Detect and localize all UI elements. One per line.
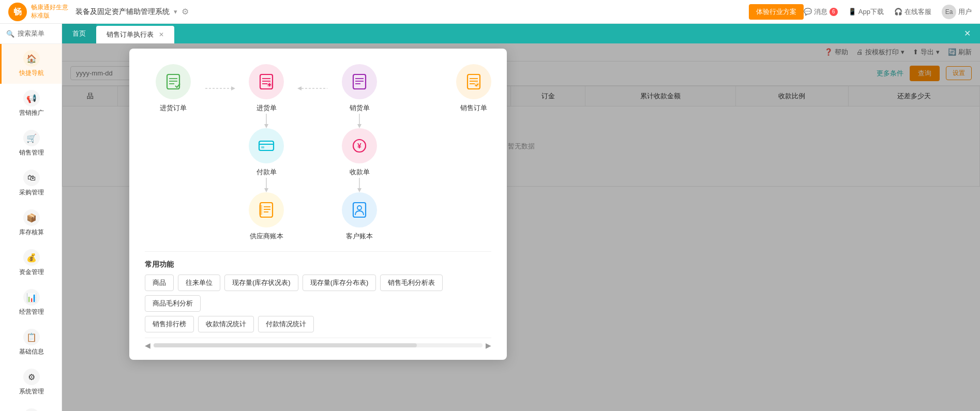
arrow-payment-down [263, 177, 270, 192]
sidebar-item-purchase[interactable]: 🛍 采购管理 [0, 163, 62, 203]
scroll-left-btn[interactable]: ◀ [145, 341, 150, 349]
search-icon: 🔍 [6, 30, 14, 38]
svg-marker-7 [231, 86, 235, 90]
payment-circle [249, 128, 284, 163]
tab-close-icon[interactable]: ✕ [159, 31, 164, 38]
cf-btn-stock-status[interactable]: 现存量(库存状况表) [224, 275, 298, 291]
tab-sales-order[interactable]: 销售订单执行表 ✕ [96, 26, 174, 43]
scrollbar-track[interactable] [154, 343, 483, 347]
cf-btn-partner[interactable]: 往来单位 [178, 275, 220, 291]
service-label: 在线客服 [904, 7, 931, 17]
flow-label-supplier-ledger: 供应商账本 [250, 232, 283, 241]
arrow-receipt-down [263, 113, 270, 128]
tab-bar-right: ✕ [960, 24, 980, 43]
cf-btn-payment-stats[interactable]: 付款情况统计 [258, 316, 314, 332]
operation-icon: 📊 [23, 289, 40, 306]
sales-order-circle [456, 64, 491, 99]
svg-marker-31 [264, 188, 268, 192]
cf-btn-collection-stats[interactable]: 收款情况统计 [198, 316, 254, 332]
tab-home[interactable]: 首页 [62, 24, 96, 43]
inventory-icon: 📦 [23, 209, 40, 226]
sidebar-item-operation[interactable]: 📊 经营管理 [0, 283, 62, 323]
sidebar-item-basic[interactable]: 📋 基础信息 [0, 323, 62, 362]
dropdown-icon[interactable]: ▾ [174, 8, 177, 16]
scrollbar-thumb [154, 343, 417, 347]
app-download-btn[interactable]: 📱 App下载 [848, 7, 884, 17]
sidebar-label-marketing: 营销推广 [19, 109, 44, 117]
flow-item-customer-ledger[interactable]: 客户账本 [342, 192, 377, 241]
sales-order-tab-label: 销售订单执行表 [107, 30, 154, 39]
user-btn[interactable]: Ea 用户 [942, 5, 972, 19]
purchase-icon: 🛍 [23, 170, 40, 186]
sidebar: 🔍 搜索菜单 🏠 快捷导航 📢 营销推广 🛒 销售管理 🛍 采购管理 📦 库存核… [0, 24, 62, 411]
search-menu-label: 搜索菜单 [18, 29, 44, 38]
cf-btns-row1: 商品 往来单位 现存量(库存状况表) 现存量(库存分布表) 销售毛利分析表 商品… [145, 275, 491, 312]
collab-icon: 🤝 [23, 408, 40, 411]
flow-label-sales-slip: 销货单 [350, 103, 370, 113]
receipt-circle [249, 64, 284, 99]
modal-scrollbar: ◀ ▶ [145, 338, 491, 349]
flow-item-purchase-order[interactable]: 进货订单 [156, 64, 191, 113]
avatar: Ea [942, 5, 956, 19]
sidebar-label-purchase: 采购管理 [19, 188, 44, 197]
flow-item-receipt[interactable]: 进货单 [249, 64, 284, 113]
arrow-sales-slip-down [356, 113, 363, 128]
flow-item-supplier-ledger[interactable]: 供应商账本 [249, 192, 284, 241]
cf-btn-sales-profit[interactable]: 销售毛利分析表 [380, 275, 443, 291]
sidebar-label-finance: 资金管理 [19, 268, 44, 277]
svg-rect-25 [259, 141, 274, 150]
customer-ledger-circle [342, 192, 377, 227]
sales-icon: 🛒 [23, 130, 40, 146]
phone-icon: 📱 [848, 8, 856, 16]
tab-bar: 首页 销售订单执行表 ✕ ✕ [62, 24, 980, 43]
headset-icon: 🎧 [894, 8, 902, 16]
scroll-right-btn[interactable]: ▶ [486, 341, 491, 349]
cf-btn-stock-dist[interactable]: 现存量(库存分布表) [303, 275, 376, 291]
sidebar-label-quicknav: 快捷导航 [19, 69, 44, 78]
flow-label-collection: 收款单 [350, 168, 370, 177]
sidebar-item-finance[interactable]: 💰 资金管理 [0, 243, 62, 283]
cf-btn-sales-rank[interactable]: 销售排行榜 [145, 316, 194, 332]
sidebar-label-inventory: 库存核算 [19, 228, 44, 237]
svg-text:畅: 畅 [13, 7, 22, 16]
basic-icon: 📋 [23, 329, 40, 345]
flow-item-collection[interactable]: ¥ 收款单 [342, 128, 377, 177]
cf-btn-goods-profit[interactable]: 商品毛利分析 [145, 295, 201, 312]
try-btn[interactable]: 体验行业方案 [749, 4, 804, 20]
modal-overlay[interactable]: 进货订单 进货单 [62, 43, 980, 411]
header-right: 💬 消息 6 📱 App下载 🎧 在线客服 Ea 用户 [804, 5, 972, 19]
flow-item-sales-order-top[interactable]: 销售订单 [456, 64, 491, 113]
sidebar-item-inventory[interactable]: 📦 库存核算 [0, 203, 62, 243]
message-btn[interactable]: 💬 消息 6 [804, 7, 838, 17]
sidebar-item-quicknav[interactable]: 🏠 快捷导航 [0, 44, 62, 84]
sidebar-item-marketing[interactable]: 📢 营销推广 [0, 84, 62, 124]
top-header: 畅 畅康通好生意 标准版 装备及固定资产辅助管理系统 ▾ ⚙ 体验行业方案 💬 … [0, 0, 980, 24]
message-icon: 💬 [804, 8, 812, 16]
system-title-area: 装备及固定资产辅助管理系统 ▾ ⚙ [76, 7, 749, 17]
cf-title: 常用功能 [145, 260, 491, 269]
sidebar-item-sales[interactable]: 🛒 销售管理 [0, 124, 62, 163]
supplier-ledger-circle [249, 192, 284, 227]
svg-rect-17 [353, 74, 366, 89]
sidebar-label-operation: 经营管理 [19, 308, 44, 316]
collection-circle: ¥ [342, 128, 377, 163]
flow-label-receipt: 进货单 [257, 103, 277, 113]
sales-slip-circle [342, 64, 377, 99]
search-menu[interactable]: 🔍 搜索菜单 [0, 24, 62, 44]
user-label: 用户 [958, 7, 972, 17]
sidebar-item-collab[interactable]: 🤝 企业协同 [0, 402, 62, 411]
cf-btn-goods[interactable]: 商品 [145, 275, 174, 291]
flow-item-sales-slip[interactable]: 销货单 [342, 64, 377, 113]
service-btn[interactable]: 🎧 在线客服 [894, 7, 931, 17]
settings-icon[interactable]: ⚙ [182, 7, 189, 17]
svg-rect-27 [261, 146, 264, 148]
close-all-btn[interactable]: ✕ [960, 26, 975, 40]
flow-item-payment[interactable]: 付款单 [249, 128, 284, 177]
sidebar-label-sales: 销售管理 [19, 148, 44, 157]
svg-marker-24 [357, 124, 361, 128]
app-label: App下载 [858, 7, 884, 17]
flow-label-payment: 付款单 [257, 168, 277, 177]
sidebar-item-system[interactable]: ⚙ 系统管理 [0, 362, 62, 402]
svg-marker-22 [264, 124, 268, 128]
message-label: 消息 [814, 7, 827, 17]
